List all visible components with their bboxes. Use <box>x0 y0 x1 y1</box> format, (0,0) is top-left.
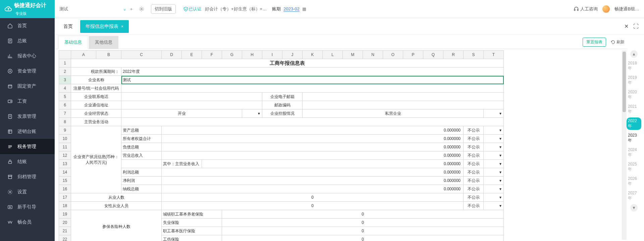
sidebar-item-inventory[interactable]: 进销台账 <box>0 124 55 139</box>
col-header[interactable]: K <box>303 51 323 59</box>
year-option[interactable]: 2027年 <box>627 190 641 202</box>
settings-button[interactable] <box>139 6 144 12</box>
switch-old-button[interactable]: 切到旧版 <box>151 4 176 14</box>
sidebar-item-vip[interactable]: 畅会员 <box>0 214 55 230</box>
row-header[interactable]: 10 <box>59 135 71 143</box>
row-header[interactable]: 9 <box>59 126 71 135</box>
col-header[interactable]: S <box>464 51 484 59</box>
tab-annual-report[interactable]: 年报信息申报表 × <box>80 20 129 33</box>
row-header[interactable]: 4 <box>59 84 71 93</box>
year-scroll-down[interactable]: ▼ <box>630 204 638 211</box>
reset-report-button[interactable]: 重置报表 <box>583 38 606 47</box>
publicity-select[interactable]: 不公示 <box>464 143 484 151</box>
scrollbar-thumb[interactable] <box>623 52 626 112</box>
female-employees-cell[interactable]: 0 <box>162 202 464 210</box>
insurance-value[interactable]: 0 <box>222 219 504 227</box>
dropdown-icon[interactable]: ▾ <box>484 126 504 135</box>
row-header[interactable]: 20 <box>59 219 71 227</box>
dropdown-icon[interactable]: ▾ <box>484 202 504 210</box>
col-header[interactable]: R <box>443 51 464 59</box>
phone-cell[interactable] <box>121 93 262 101</box>
publicity-select[interactable]: 不公示 <box>464 193 484 202</box>
year-option[interactable]: 2019年 <box>627 74 641 87</box>
sheet-corner[interactable] <box>59 51 71 59</box>
close-icon[interactable]: × <box>121 24 123 29</box>
sidebar-item-tax[interactable]: 税务管理 <box>0 139 55 154</box>
address-cell[interactable] <box>121 101 262 109</box>
row-header[interactable]: 19 <box>59 210 71 219</box>
metric-value[interactable]: 0.000000 <box>162 177 464 185</box>
col-header[interactable]: C <box>121 51 162 59</box>
year-option[interactable]: 2026年 <box>627 175 641 188</box>
row-header[interactable]: 3 <box>59 76 71 84</box>
insurance-value[interactable]: 0 <box>222 210 504 219</box>
year-scroll-up[interactable]: ▲ <box>630 50 638 58</box>
insurance-value[interactable]: 0 <box>222 235 504 241</box>
sidebar-item-closing[interactable]: 结账 <box>0 154 55 169</box>
col-header[interactable]: O <box>383 51 403 59</box>
dropdown-icon[interactable]: ▾ <box>484 109 504 118</box>
dropdown-icon[interactable]: ▾ <box>484 143 504 151</box>
year-option[interactable]: 2023年 <box>627 132 641 144</box>
zip-cell[interactable] <box>303 101 504 109</box>
avatar[interactable] <box>602 5 610 13</box>
year-option-active[interactable]: 2022年 <box>627 117 641 130</box>
publicity-select[interactable]: 不公示 <box>464 160 484 168</box>
sidebar-item-archive[interactable]: 归档管理 <box>0 169 55 184</box>
add-button[interactable]: ＋ <box>129 6 133 12</box>
metric-value[interactable]: 0.000000 <box>162 151 464 160</box>
col-header[interactable]: L <box>323 51 343 59</box>
col-header[interactable]: H <box>242 51 262 59</box>
row-header[interactable]: 18 <box>59 202 71 210</box>
dropdown-icon[interactable]: ▾ <box>484 135 504 143</box>
metric-value[interactable]: 0.000000 <box>162 126 464 135</box>
col-header[interactable]: T <box>484 51 504 59</box>
row-header[interactable]: 5 <box>59 93 71 101</box>
sidebar-item-guide[interactable]: 新手引导 <box>0 199 55 214</box>
publicity-select[interactable]: 不公示 <box>464 135 484 143</box>
publicity-select[interactable]: 不公示 <box>464 202 484 210</box>
row-header[interactable]: 6 <box>59 101 71 109</box>
year-option[interactable]: 2025年 <box>627 161 641 173</box>
sidebar-item-salary[interactable]: 工资 <box>0 94 55 109</box>
col-header[interactable]: A <box>71 51 96 59</box>
publicity-select[interactable]: 不公示 <box>464 151 484 160</box>
subtab-basic[interactable]: 基础信息 <box>58 36 88 49</box>
col-header[interactable]: D <box>162 51 182 59</box>
row-header[interactable]: 12 <box>59 151 71 160</box>
support-link[interactable]: 人工咨询 <box>574 6 598 12</box>
row-header[interactable]: 14 <box>59 168 71 177</box>
year-option[interactable]: 2018年 <box>627 60 641 72</box>
subtab-other[interactable]: 其他信息 <box>89 36 118 49</box>
publicity-select[interactable]: 不公示 <box>464 185 484 193</box>
spreadsheet[interactable]: A B C D E F G H I J K L M N O P Q R S T … <box>59 50 624 241</box>
col-header[interactable]: P <box>403 51 423 59</box>
publicity-select[interactable]: 不公示 <box>464 168 484 177</box>
publicity-select[interactable]: 不公示 <box>464 126 484 135</box>
col-header[interactable]: I <box>262 51 282 59</box>
close-all-button[interactable]: ✕ <box>624 23 629 30</box>
sidebar-item-home[interactable]: 首页 <box>0 18 55 33</box>
vertical-scrollbar[interactable] <box>622 50 627 240</box>
dropdown-icon[interactable]: ▾ <box>484 177 504 185</box>
metric-value[interactable]: 0.000000 <box>162 135 464 143</box>
dropdown-icon[interactable]: ▾ <box>484 185 504 193</box>
row-header[interactable]: 22 <box>59 235 71 241</box>
row-header[interactable]: 21 <box>59 227 71 235</box>
year-option[interactable]: 2020年 <box>627 89 641 101</box>
period-selector[interactable]: 2023-02 <box>283 6 300 12</box>
calendar-icon[interactable]: ▦ <box>302 6 306 11</box>
employees-cell[interactable]: 0 <box>162 193 464 202</box>
holding-select[interactable]: 私营企业 <box>303 109 484 118</box>
col-header[interactable]: M <box>343 51 363 59</box>
col-header[interactable]: Q <box>423 51 443 59</box>
col-header[interactable]: B <box>96 51 121 59</box>
user-name[interactable]: 畅捷通B组… <box>614 6 639 12</box>
col-header[interactable]: G <box>222 51 242 59</box>
company-selector[interactable]: 测试 ⌄ <box>59 6 126 12</box>
col-header[interactable]: J <box>282 51 303 59</box>
fullscreen-button[interactable]: ⛶ <box>633 23 639 30</box>
row-header[interactable]: 15 <box>59 177 71 185</box>
business-status-select[interactable]: 开业 <box>121 109 242 118</box>
company-name-cell[interactable]: 测试 <box>121 76 504 84</box>
